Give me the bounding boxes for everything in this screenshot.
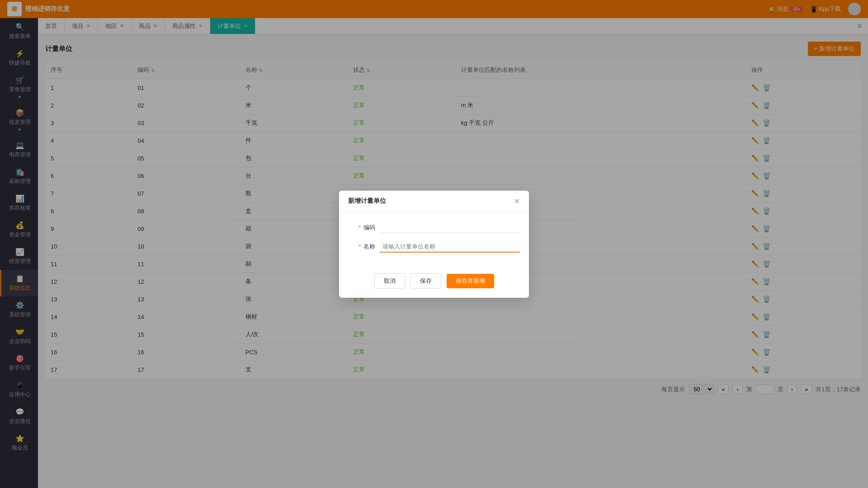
modal-header: 新增计量单位 ✕ (339, 191, 529, 211)
name-input[interactable] (380, 241, 520, 253)
save-button[interactable]: 保存 (410, 273, 441, 289)
modal-close-btn[interactable]: ✕ (514, 197, 520, 206)
form-row-code: * 编码 18 (348, 222, 520, 233)
modal-title: 新增计量单位 (348, 197, 386, 205)
name-label: * 名称 (348, 243, 375, 251)
save-new-button[interactable]: 保存并新增 (447, 274, 494, 288)
code-label: * 编码 (348, 224, 375, 232)
name-required-star: * (359, 243, 361, 250)
required-star: * (359, 224, 361, 231)
modal-body: * 编码 18 * 名称 (339, 211, 529, 268)
cancel-button[interactable]: 取消 (374, 273, 405, 289)
modal-overlay: 新增计量单位 ✕ * 编码 18 * 名称 取消 保存 保存并新增 (0, 0, 868, 488)
add-unit-modal: 新增计量单位 ✕ * 编码 18 * 名称 取消 保存 保存并新增 (339, 191, 529, 298)
code-input[interactable]: 18 (380, 222, 520, 233)
modal-footer: 取消 保存 保存并新增 (339, 268, 529, 298)
form-row-name: * 名称 (348, 241, 520, 253)
